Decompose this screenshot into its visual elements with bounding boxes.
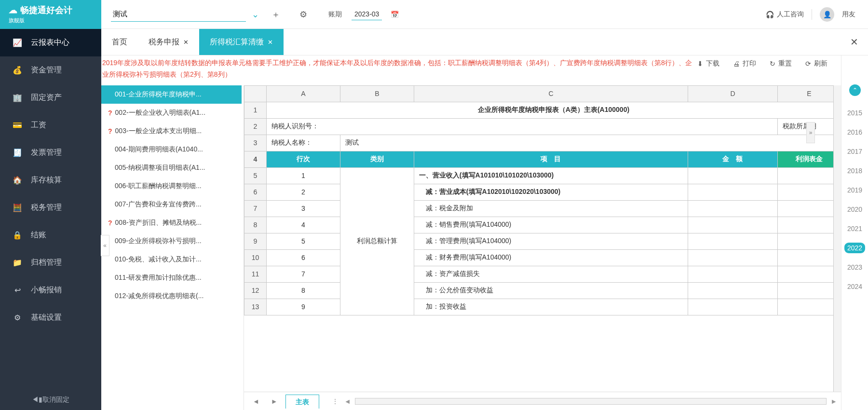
form-list-item[interactable]: 009-企业所得税弥补亏损明... bbox=[101, 232, 242, 250]
item-cell[interactable]: 减：销售费用(填写A104000) bbox=[414, 217, 688, 233]
year-option[interactable]: 2015 bbox=[844, 108, 865, 118]
col-header[interactable]: E bbox=[777, 85, 841, 102]
form-list-item[interactable]: 010-免税、减计收入及加计... bbox=[101, 250, 242, 269]
row-header[interactable]: 2 bbox=[244, 118, 267, 135]
year-option[interactable]: 2023 bbox=[844, 262, 865, 273]
sidebar-item[interactable]: 🏠库存核算 bbox=[0, 166, 101, 194]
col-header[interactable]: B bbox=[340, 85, 414, 102]
gear-icon[interactable]: ⚙ bbox=[293, 9, 314, 20]
row-header[interactable]: 3 bbox=[244, 135, 267, 151]
close-icon[interactable]: ✕ bbox=[183, 39, 189, 46]
amount-cell[interactable] bbox=[688, 282, 778, 299]
item-cell[interactable]: 减：资产减值损失 bbox=[414, 266, 688, 282]
scroll-top-icon[interactable]: ⌃ bbox=[849, 84, 861, 96]
sidebar-item[interactable]: ⚙基础设置 bbox=[0, 304, 101, 331]
username[interactable]: 用友 bbox=[842, 10, 855, 19]
period-value[interactable]: 2023-03 bbox=[352, 8, 382, 20]
amount-cell[interactable] bbox=[688, 299, 778, 315]
close-all-tabs[interactable]: ✕ bbox=[841, 29, 868, 55]
collapse-right-icon[interactable]: » bbox=[806, 122, 815, 143]
item-cell[interactable]: 加：投资收益 bbox=[414, 299, 688, 315]
tab[interactable]: 税务申报✕ bbox=[138, 29, 199, 55]
row-header[interactable]: 9 bbox=[244, 233, 267, 249]
form-list-item[interactable]: 007-广告费和业务宣传费跨... bbox=[101, 195, 242, 214]
form-list-item[interactable]: ?008-资产折旧、摊销及纳税... bbox=[101, 214, 242, 232]
row-header[interactable]: 8 bbox=[244, 217, 267, 233]
company-select[interactable] bbox=[111, 7, 246, 22]
sidebar-item[interactable]: 🔒结账 bbox=[0, 221, 101, 249]
sheet-next-icon[interactable]: ► bbox=[267, 397, 282, 405]
form-list-item[interactable]: 006-职工薪酬纳税调整明细... bbox=[101, 177, 242, 195]
item-cell[interactable]: 减：管理费用(填写A104000) bbox=[414, 233, 688, 249]
profit-cell[interactable] bbox=[777, 249, 841, 266]
support-link[interactable]: 🎧人工咨询 bbox=[766, 10, 804, 19]
profit-cell[interactable] bbox=[777, 167, 841, 184]
vertical-scrollbar[interactable] bbox=[833, 85, 841, 392]
year-option[interactable]: 2018 bbox=[844, 165, 865, 176]
row-header[interactable]: 5 bbox=[244, 167, 267, 184]
sidebar-item[interactable]: 🧮税务管理 bbox=[0, 194, 101, 221]
sidebar-item[interactable]: 🧾发票管理 bbox=[0, 139, 101, 166]
add-icon[interactable]: ＋ bbox=[265, 9, 287, 20]
row-header[interactable]: 4 bbox=[244, 151, 267, 167]
chevron-down-icon[interactable]: ⌄ bbox=[252, 9, 259, 20]
amount-cell[interactable] bbox=[688, 217, 778, 233]
item-cell[interactable]: 减：税金及附加 bbox=[414, 200, 688, 217]
reset-button[interactable]: ↻重置 bbox=[770, 59, 792, 68]
year-option[interactable]: 2021 bbox=[844, 223, 865, 234]
sheet-tab[interactable]: 主表 bbox=[285, 395, 319, 409]
amount-cell[interactable] bbox=[688, 233, 778, 249]
item-cell[interactable]: 加：公允价值变动收益 bbox=[414, 282, 688, 299]
amount-cell[interactable] bbox=[688, 249, 778, 266]
avatar[interactable]: 👤 bbox=[820, 7, 834, 22]
item-cell[interactable]: 减：财务费用(填写A104000) bbox=[414, 249, 688, 266]
sidebar-item[interactable]: 💰资金管理 bbox=[0, 56, 101, 84]
item-cell[interactable]: 一、营业收入(填写A101010\101020\103000) bbox=[414, 167, 688, 184]
sheet-prev-icon[interactable]: ◄ bbox=[249, 397, 263, 405]
year-option[interactable]: 2022 bbox=[844, 243, 865, 253]
amount-cell[interactable] bbox=[688, 167, 778, 184]
profit-cell[interactable] bbox=[777, 266, 841, 282]
sidebar-item[interactable]: 📈云报表中心 bbox=[0, 29, 101, 56]
row-header[interactable]: 7 bbox=[244, 200, 267, 217]
row-header[interactable]: 13 bbox=[244, 299, 267, 315]
profit-cell[interactable] bbox=[777, 200, 841, 217]
col-header[interactable]: C bbox=[414, 85, 688, 102]
unpin-button[interactable]: ◀▮取消固定 bbox=[0, 396, 101, 404]
item-cell[interactable]: 减：营业成本(填写A102010\102020\103000) bbox=[414, 184, 688, 200]
year-option[interactable]: 2019 bbox=[844, 185, 865, 195]
profit-cell[interactable] bbox=[777, 184, 841, 200]
row-header[interactable]: 11 bbox=[244, 266, 267, 282]
row-header[interactable]: 10 bbox=[244, 249, 267, 266]
profit-cell[interactable] bbox=[777, 217, 841, 233]
row-header[interactable]: 6 bbox=[244, 184, 267, 200]
form-list-item[interactable]: ?003-一般企业成本支出明细... bbox=[101, 122, 242, 140]
amount-cell[interactable] bbox=[688, 266, 778, 282]
sidebar-item[interactable]: ↩小畅报销 bbox=[0, 276, 101, 304]
refresh-button[interactable]: ⟳刷新 bbox=[805, 59, 827, 68]
calendar-icon[interactable]: 📅 bbox=[391, 11, 399, 18]
tab[interactable]: 首页 bbox=[101, 29, 138, 55]
form-list-item[interactable]: 005-纳税调整项目明细表(A1... bbox=[101, 159, 242, 177]
amount-cell[interactable] bbox=[688, 184, 778, 200]
select-all-corner[interactable] bbox=[244, 85, 267, 102]
profit-cell[interactable] bbox=[777, 282, 841, 299]
sidebar-item[interactable]: 💳工资 bbox=[0, 111, 101, 139]
sidebar-item[interactable]: 🏢固定资产 bbox=[0, 84, 101, 111]
form-list-item[interactable]: 004-期间费用明细表(A1040... bbox=[101, 140, 242, 159]
print-button[interactable]: 🖨打印 bbox=[733, 59, 756, 68]
year-option[interactable]: 2020 bbox=[844, 204, 865, 215]
row-header[interactable]: 12 bbox=[244, 282, 267, 299]
close-icon[interactable]: ✕ bbox=[268, 39, 273, 46]
form-list-item[interactable]: 012-减免所得税优惠明细表(... bbox=[101, 287, 242, 305]
tab[interactable]: 所得税汇算清缴✕ bbox=[199, 29, 284, 55]
profit-cell[interactable] bbox=[777, 233, 841, 249]
year-option[interactable]: 2017 bbox=[844, 146, 865, 157]
amount-cell[interactable] bbox=[688, 200, 778, 217]
year-option[interactable]: 2016 bbox=[844, 127, 865, 137]
year-option[interactable]: 2024 bbox=[844, 281, 865, 292]
form-list-item[interactable]: ?002-一般企业收入明细表(A1... bbox=[101, 104, 242, 122]
row-header[interactable]: 1 bbox=[244, 102, 267, 118]
horizontal-scrollbar[interactable]: ⋮◄► bbox=[323, 397, 841, 405]
form-list-item[interactable]: 001-企业所得税年度纳税申... bbox=[101, 85, 242, 104]
